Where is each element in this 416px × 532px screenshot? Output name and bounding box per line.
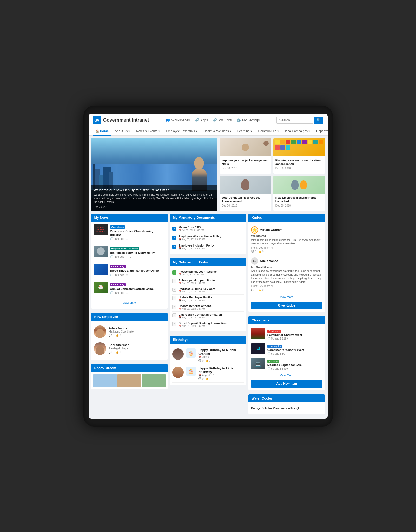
- task-check-2: ✓: [172, 288, 176, 292]
- nav-learning[interactable]: Learning ▾: [235, 127, 255, 135]
- employee-item-1[interactable]: Joni Sherman Paralegal - Legal 💬 0 👍 0: [94, 340, 165, 357]
- classifieds-body: Fundraiser Painting for Charity event 🕐 …: [248, 324, 325, 390]
- classified-item-1[interactable]: 🖥 Looking For Computer for Charity event…: [251, 342, 322, 357]
- kudo-item-0[interactable]: ⭐ Miriam Graham Volunteered Miriam help …: [251, 224, 322, 255]
- nav-home[interactable]: 🏠 Home: [93, 127, 111, 136]
- news-tag-1: Employees on the Move: [110, 247, 140, 250]
- classifieds-view-more[interactable]: View More: [251, 372, 322, 378]
- birthdays-header: Birthdays: [170, 336, 246, 344]
- give-kudos-button[interactable]: Give Kudos: [251, 302, 322, 309]
- birthdays-body: 🎂 Happy Birthday to Miriam Graham 📅 July…: [170, 344, 246, 385]
- classifieds-panel: Classifieds Fundraiser Painting for Char…: [248, 316, 325, 390]
- news-card-1[interactable]: Planning session for our location consol…: [273, 138, 325, 174]
- search-input[interactable]: [276, 117, 313, 124]
- news-item-1[interactable]: Employees on the Move Retirement party f…: [94, 246, 165, 261]
- kudo-header-1: AV Adele Vance: [251, 257, 322, 265]
- news-card-2[interactable]: Joan Johnston Receives the Premier Award…: [220, 176, 271, 211]
- news-meta-0: 🕐 10d ago 👁 0: [110, 237, 165, 240]
- clock-icon-3: 🕐: [110, 291, 113, 294]
- employee-info-0: Adele Vance Marketing Coordinator 💬 0 👍 …: [109, 327, 135, 337]
- nav-health[interactable]: Health & Wellness ▾: [201, 127, 234, 135]
- left-column: My News SORRYWE'RECLOSED Operations Vanc…: [91, 214, 168, 416]
- task-info-3: Update Employee Profile 📅 Aug 01, 2020 1…: [179, 296, 212, 302]
- news-item-2[interactable]: Community Blood Drive at the Vancouver O…: [94, 264, 165, 279]
- employee-item-0[interactable]: Adele Vance Marketing Coordinator 💬 0 👍 …: [94, 323, 165, 340]
- add-new-item-button[interactable]: Add New Item: [251, 380, 322, 388]
- doc-item-2[interactable]: ✓ Employee Inclusion Policy 📅 Aug 03, 20…: [172, 242, 244, 251]
- news-thumb-0: SORRYWE'RECLOSED: [94, 224, 108, 235]
- water-cooler-panel: Water Cooler Garage Sale for Vancouver o…: [248, 394, 325, 414]
- search-button[interactable]: 🔍: [314, 117, 323, 124]
- onboarding-panel: My Onboarding Tasks ✓ Please submit your…: [170, 258, 246, 331]
- classified-tag-0: Fundraiser: [267, 330, 281, 333]
- task-item-5[interactable]: ✓ Emergency Contact Information 📅 Aug 01…: [172, 312, 244, 320]
- classified-tag-2: For Sale: [267, 360, 279, 363]
- my-news-view-more[interactable]: View More: [94, 300, 165, 306]
- nav-news[interactable]: News & Events ▾: [134, 127, 162, 135]
- photo-thumb-0[interactable]: [93, 374, 117, 387]
- doc-item-0[interactable]: ✓ Memo from CEO 📅 Jul 09, 2020 1:00 AM: [172, 224, 244, 233]
- tablet-screen: Gv Government Intranet 👥 Workspaces 🔗 Ap…: [89, 114, 328, 419]
- news-item-3[interactable]: ⚾ Community Annual Company Softball Game…: [94, 282, 165, 297]
- task-item-6[interactable]: ✓ Direct Deposit Banking Information 📅 A…: [172, 320, 244, 329]
- workspaces-nav[interactable]: 👥 Workspaces: [166, 118, 190, 122]
- nav-departments[interactable]: Departments ▾: [314, 127, 328, 135]
- new-employee-panel: New Employee Adele Vance: [91, 313, 168, 360]
- news-card-body-0: Improve your project management skills D…: [220, 156, 271, 174]
- onboarding-header: My Onboarding Tasks: [170, 258, 246, 266]
- news-meta-2: 🕐 10d ago 👁 0: [110, 274, 159, 276]
- birthday-item-1[interactable]: 🎂 Happy Birthday to Lidia Holloway 📅 Aug…: [172, 364, 244, 383]
- doc-item-1[interactable]: ✓ Employee Work at Home Policy 📅 Aug 03,…: [172, 233, 244, 242]
- employee-info-1: Joni Sherman Paralegal - Legal 💬 0 👍 0: [109, 343, 129, 354]
- three-col-section: My News SORRYWE'RECLOSED Operations Vanc…: [91, 214, 325, 416]
- header-nav: 👥 Workspaces 🔗 Apps 🔗 My Links ⚙️ My Set…: [153, 118, 272, 122]
- kudo-item-1[interactable]: AV Adele Vance Is a Great Mentor Adele m…: [251, 255, 322, 294]
- water-cooler-item-0[interactable]: Garage Sale for Vancouver office (Al...: [251, 405, 322, 411]
- classified-tag-1: Looking For: [267, 345, 282, 348]
- news-card-img-3: [273, 176, 325, 194]
- home-icon: 🏠: [95, 129, 99, 133]
- search-area: 🔍: [276, 117, 323, 124]
- task-item-4[interactable]: ✓ Update Benefits options 📅 Aug 01, 2020…: [172, 303, 244, 312]
- apps-nav[interactable]: 🔗 Apps: [195, 118, 208, 122]
- birthday-info-0: Happy Birthday to Miriam Graham 📅 July 0…: [198, 348, 244, 362]
- nav-communities[interactable]: Communities ▾: [256, 127, 281, 135]
- news-card-3[interactable]: New Employee Benefits Portal Launched De…: [273, 176, 325, 211]
- birthday-avatar-0: [172, 348, 184, 360]
- news-thumb-3: ⚾: [94, 282, 108, 293]
- site-logo: Gv: [93, 116, 101, 124]
- birthday-item-0[interactable]: 🎂 Happy Birthday to Miriam Graham 📅 July…: [172, 346, 244, 364]
- eye-icon-2: 👁: [126, 274, 128, 276]
- task-item-0[interactable]: ✓ Please submit your Resume 📅 Jul 09, 20…: [172, 269, 244, 277]
- nav-about[interactable]: About Us ▾: [112, 127, 133, 135]
- my-news-panel: My News SORRYWE'RECLOSED Operations Vanc…: [91, 214, 168, 309]
- doc-info-0: Memo from CEO 📅 Jul 09, 2020 1:00 AM: [179, 226, 244, 231]
- doc-info-1: Employee Work at Home Policy 📅 Aug 03, 2…: [179, 235, 244, 241]
- hero-body: We are extremely excited to have Mike Sm…: [94, 193, 215, 204]
- doc-check-0: ✓: [172, 227, 176, 231]
- mylinks-nav[interactable]: 🔗 My Links: [213, 118, 232, 122]
- birthday-meta-1: 💬 0 👍 0: [198, 377, 244, 380]
- task-item-2[interactable]: ✓ Request Building Key Card 📅 Aug 01, 20…: [172, 286, 244, 295]
- mysettings-nav[interactable]: ⚙️ My Settings: [236, 118, 260, 122]
- photo-stream-header: Photo Stream: [91, 364, 168, 372]
- mylinks-icon: 🔗: [213, 118, 217, 122]
- photo-thumb-1[interactable]: [117, 374, 141, 387]
- task-info-1: Submit parking permit info 📅 Aug 01, 202…: [179, 279, 215, 284]
- task-item-3[interactable]: ✓ Update Employee Profile 📅 Aug 01, 2020…: [172, 295, 244, 303]
- kudos-view-more[interactable]: View More: [251, 294, 322, 300]
- hero-featured[interactable]: Welcome our new Deputy Minister - Mike S…: [91, 138, 218, 211]
- classified-item-2[interactable]: 💻 For Sale MacBook Laptop for Sale 🕐 5d …: [251, 357, 322, 372]
- photo-thumb-2[interactable]: [142, 374, 166, 387]
- news-card-0[interactable]: Improve your project management skills D…: [220, 138, 271, 174]
- nav-essentials[interactable]: Employee Essentials ▾: [163, 127, 200, 135]
- classified-item-0[interactable]: Fundraiser Painting for Charity event 🕐 …: [251, 327, 322, 342]
- news-card-body-3: New Employee Benefits Portal Launched De…: [273, 194, 325, 211]
- mandatory-docs-header: My Mandatory Documents: [170, 214, 246, 222]
- nav-campaigns[interactable]: Idea Campaigns ▾: [282, 127, 313, 135]
- news-card-body-1: Planning session for our location consol…: [273, 156, 325, 174]
- news-item-0[interactable]: SORRYWE'RECLOSED Operations Vancouver Of…: [94, 224, 165, 243]
- task-info-6: Direct Deposit Banking Information 📅 Aug…: [179, 322, 227, 327]
- task-item-1[interactable]: ✓ Submit parking permit info 📅 Aug 01, 2…: [172, 277, 244, 286]
- news-meta-1: 🕐 10d ago 👁 0: [110, 255, 155, 258]
